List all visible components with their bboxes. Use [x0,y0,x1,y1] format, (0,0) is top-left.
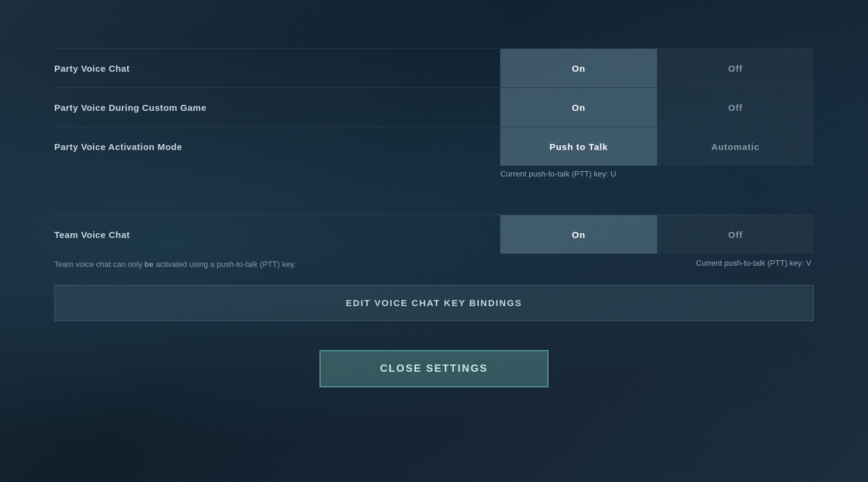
settings-panel: Party Voice Chat On Off Party Voice Duri… [54,48,814,321]
party-voice-custom-game-options: On Off [500,88,814,127]
party-voice-custom-game-label: Party Voice During Custom Game [54,93,500,122]
team-voice-chat-on-button[interactable]: On [500,215,657,254]
party-voice-chat-options: On Off [500,49,814,87]
team-voice-sub-info: Team voice chat can only be activated us… [54,254,814,280]
party-voice-activation-options: Push to Talk Automatic [500,127,814,166]
party-voice-activation-ptt-button[interactable]: Push to Talk [500,127,657,166]
party-voice-chat-on-button[interactable]: On [500,49,657,87]
team-voice-chat-row: Team Voice Chat On Off [54,214,814,254]
team-voice-chat-options: On Off [500,215,814,254]
party-voice-chat-row: Party Voice Chat On Off [54,48,814,87]
party-voice-chat-off-button[interactable]: Off [657,49,814,87]
edit-bindings-button[interactable]: EDIT VOICE CHAT KEY BINDINGS [54,285,814,321]
bottom-area: CLOSE SETTINGS [54,321,814,387]
team-voice-chat-label: Team Voice Chat [54,220,500,249]
party-voice-chat-label: Party Voice Chat [54,54,500,83]
team-voice-sub-left: Team voice chat can only be activated us… [54,258,500,271]
party-voice-activation-auto-button[interactable]: Automatic [657,127,814,166]
section-gap [54,190,814,214]
team-voice-chat-off-button[interactable]: Off [657,215,814,254]
team-ptt-info: Current push-to-talk (PTT) key: V [500,258,814,271]
content-area: Party Voice Chat On Off Party Voice Duri… [0,0,868,482]
party-voice-activation-label: Party Voice Activation Mode [54,132,500,161]
party-voice-activation-row: Party Voice Activation Mode Push to Talk… [54,127,814,166]
close-settings-button[interactable]: CLOSE SETTINGS [319,350,549,387]
party-voice-custom-game-off-button[interactable]: Off [657,88,814,127]
party-voice-custom-game-on-button[interactable]: On [500,88,657,127]
party-voice-custom-game-row: Party Voice During Custom Game On Off [54,87,814,127]
party-ptt-info: Current push-to-talk (PTT) key: U [54,166,814,190]
